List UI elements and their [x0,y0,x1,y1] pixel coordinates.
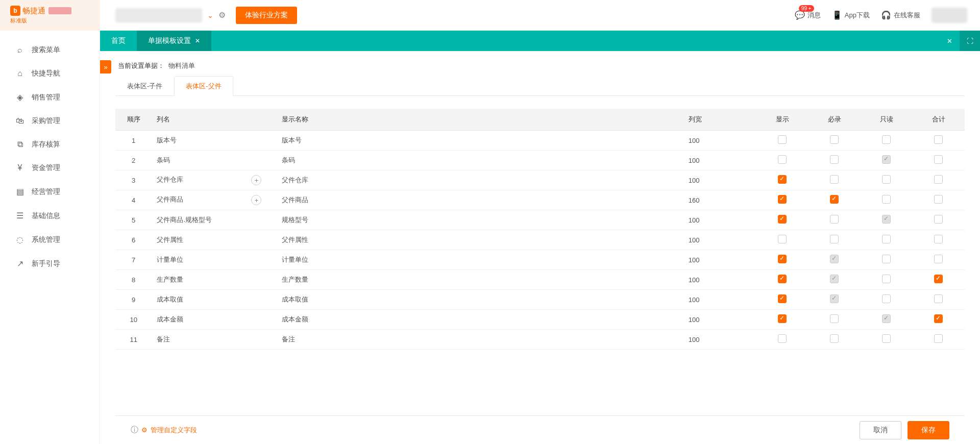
cell-width[interactable]: 100 [683,270,756,290]
checkbox-sum[interactable] [934,215,943,224]
sidebar-item-label: 资金管理 [32,163,60,172]
sidebar-item-8[interactable]: ◌系统管理 [0,228,100,252]
cell-display[interactable]: 规格型号 [277,210,683,230]
checkbox-sum[interactable] [934,195,943,204]
add-column-button[interactable]: + [251,195,261,205]
sidebar-item-7[interactable]: ☰基础信息 [0,204,100,228]
checkbox-readonly[interactable] [882,255,891,263]
checkbox-required[interactable] [830,195,839,204]
app-download-link[interactable]: 📱 App下载 [832,10,870,20]
cell-display[interactable]: 父件商品 [277,190,683,210]
checkbox-show[interactable] [778,334,787,343]
experience-button[interactable]: 体验行业方案 [236,7,297,24]
checkbox-sum[interactable] [934,235,943,243]
cancel-button[interactable]: 取消 [860,421,901,439]
checkbox-readonly[interactable] [882,294,891,303]
checkbox-readonly[interactable] [882,235,891,243]
sidebar-item-label: 搜索菜单 [32,45,60,55]
cell-display[interactable]: 父件仓库 [277,170,683,190]
sidebar-item-5[interactable]: ¥资金管理 [0,156,100,180]
sidebar-item-1[interactable]: ⌂快捷导航 [0,62,100,85]
cell-display[interactable]: 备注 [277,330,683,350]
checkbox-required[interactable] [830,235,839,243]
cell-width[interactable]: 100 [683,151,756,170]
subtab-parent[interactable]: 表体区-父件 [174,76,233,96]
cell-display[interactable]: 版本号 [277,131,683,151]
sidebar-item-label: 经营管理 [32,187,60,196]
help-icon: ⓘ [131,425,138,435]
checkbox-readonly[interactable] [882,275,891,283]
sidebar-item-9[interactable]: ↗新手引导 [0,252,100,276]
add-column-button[interactable]: + [251,175,261,185]
columns-table: 顺序 列名 显示名称 列宽 显示 必录 只读 合计 1版本号版本号1002条码条… [115,109,965,350]
manage-custom-fields-link[interactable]: ⓘ ⚙ 管理自定义字段 [131,425,197,435]
cell-width[interactable]: 100 [683,230,756,250]
sidebar-item-0[interactable]: ⌕搜索菜单 [0,38,100,62]
tab-template-settings[interactable]: 单据模板设置 ✕ [137,31,211,51]
sidebar-item-4[interactable]: ⧉库存核算 [0,133,100,156]
fullscreen-button[interactable]: ⛶ [960,31,980,51]
checkbox-show[interactable] [778,255,787,263]
checkbox-show[interactable] [778,155,787,164]
cell-width[interactable]: 160 [683,190,756,210]
checkbox-required[interactable] [830,215,839,224]
checkbox-sum[interactable] [934,135,943,144]
checkbox-show[interactable] [778,175,787,184]
tab-home[interactable]: 首页 [100,31,137,51]
checkbox-show[interactable] [778,314,787,323]
cell-display[interactable]: 成本取值 [277,290,683,310]
footer-bar: ⓘ ⚙ 管理自定义字段 取消 保存 [115,415,965,444]
expand-panel-toggle[interactable]: » [100,60,111,73]
checkbox-sum[interactable] [934,255,943,263]
checkbox-required[interactable] [830,175,839,184]
checkbox-required[interactable] [830,135,839,144]
cell-width[interactable]: 100 [683,290,756,310]
checkbox-required[interactable] [830,155,839,164]
checkbox-show[interactable] [778,294,787,303]
checkbox-readonly[interactable] [882,175,891,184]
checkbox-readonly[interactable] [882,334,891,343]
checkbox-sum[interactable] [934,275,943,283]
checkbox-sum[interactable] [934,175,943,184]
checkbox-sum[interactable] [934,294,943,303]
cell-width[interactable]: 100 [683,250,756,270]
checkbox-readonly[interactable] [882,135,891,144]
cell-width[interactable]: 100 [683,131,756,151]
org-dropdown[interactable]: ⌄ ⚙ [115,8,226,22]
messages-link[interactable]: 99 + 💬 消息 [795,10,821,20]
checkbox-show[interactable] [778,135,787,144]
cell-width[interactable]: 100 [683,310,756,330]
tab-close-all-button[interactable]: ✕ [939,31,960,51]
checkbox-show[interactable] [778,275,787,283]
th-display: 显示名称 [277,109,683,131]
top-header: b 畅捷通 标准版 ⌄ ⚙ 体验行业方案 99 + 💬 消息 📱 App下载 🎧 [0,0,980,31]
th-name: 列名 [152,109,277,131]
close-icon[interactable]: ✕ [195,37,200,44]
checkbox-required[interactable] [830,314,839,323]
cell-display[interactable]: 父件属性 [277,230,683,250]
cell-width[interactable]: 100 [683,210,756,230]
cell-display[interactable]: 生产数量 [277,270,683,290]
cell-display[interactable]: 条码 [277,151,683,170]
checkbox-show[interactable] [778,235,787,243]
checkbox-show[interactable] [778,215,787,224]
checkbox-required[interactable] [830,334,839,343]
subtab-child[interactable]: 表体区-子件 [115,76,174,96]
avatar[interactable] [932,8,967,23]
online-service-link[interactable]: 🎧 在线客服 [881,10,920,20]
checkbox-sum[interactable] [934,314,943,323]
sidebar-item-2[interactable]: ◈销售管理 [0,85,100,109]
checkbox-show[interactable] [778,195,787,204]
checkbox-sum[interactable] [934,334,943,343]
sidebar-item-3[interactable]: 🛍采购管理 [0,109,100,133]
sidebar-item-6[interactable]: ▤经营管理 [0,180,100,204]
cell-display[interactable]: 成本金额 [277,310,683,330]
cell-width[interactable]: 100 [683,330,756,350]
sidebar-icon: ⧉ [15,140,24,149]
save-button[interactable]: 保存 [908,421,949,439]
cell-width[interactable]: 100 [683,170,756,190]
checkbox-readonly[interactable] [882,195,891,204]
checkbox-sum[interactable] [934,155,943,164]
cell-display[interactable]: 计量单位 [277,250,683,270]
gear-icon[interactable]: ⚙ [218,10,226,20]
